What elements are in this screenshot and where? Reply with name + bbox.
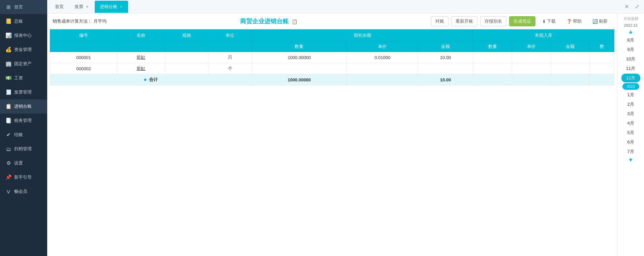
sidebar-item-ledger[interactable]: 📒 总账 xyxy=(0,14,47,28)
download-icon: ⬇ xyxy=(542,19,546,24)
total-row: ■ 合计 1000.00000 10.00 xyxy=(50,74,614,85)
sidebar-item-inventory[interactable]: 📋 进销台账 xyxy=(0,99,47,113)
month-item-12[interactable]: 12月 xyxy=(621,74,640,82)
sidebar-item-finance[interactable]: 💰 资金管理 xyxy=(0,43,47,57)
help-icon: ❓ xyxy=(566,19,572,24)
month-item-2023-5[interactable]: 5月 xyxy=(621,128,640,137)
sidebar-item-label: 畅会员 xyxy=(14,188,27,195)
tab-home-label: 首页 xyxy=(55,4,64,10)
sidebar-item-settlement[interactable]: ✔ 结账 xyxy=(0,128,47,142)
fixed-assets-icon: 🏢 xyxy=(5,61,11,67)
invoice-mgmt-icon: 🧾 xyxy=(5,89,11,95)
cell-extra xyxy=(590,52,614,63)
sidebar-item-label: 归档管理 xyxy=(14,146,32,152)
generate-button[interactable]: 生成凭证 xyxy=(509,16,535,26)
sidebar-item-archive[interactable]: 🗂 归档管理 xyxy=(0,142,47,156)
cell-ib-amount xyxy=(551,52,590,63)
tab-invoice[interactable]: 发票 × xyxy=(69,1,94,13)
sidebar-item-tax[interactable]: 📑 税务管理 xyxy=(0,113,47,128)
total-ib-qty xyxy=(473,74,512,85)
cell-code: 000001 xyxy=(50,52,117,63)
cell-name[interactable]: 前缸 xyxy=(117,63,165,74)
main-content: 销售成本计算方法： 月平均 商贸企业进销台账 📋 对账 重新开账 存报别名 生成… xyxy=(47,14,617,256)
cell-ob-amount: 10.00 xyxy=(418,52,473,63)
save-as-button[interactable]: 存报别名 xyxy=(480,16,506,26)
tab-inventory[interactable]: 进销台账 × xyxy=(95,1,128,13)
sidebar-item-payroll[interactable]: 💵 工资 xyxy=(0,71,47,85)
th-code xyxy=(50,42,117,52)
month-item-11[interactable]: 11月 xyxy=(621,64,640,73)
table-row: 000001 前缸 只 1000.00000 0.01000 10.00 xyxy=(50,52,614,63)
month-item-8[interactable]: 8月 xyxy=(621,36,640,45)
th-inbound-group: 本期入库 xyxy=(473,30,614,42)
cell-ob-qty: 1000.00000 xyxy=(252,52,347,63)
sidebar-item-label: 资金管理 xyxy=(14,47,32,53)
cell-ib-price xyxy=(512,63,551,74)
payroll-icon: 💵 xyxy=(5,75,11,81)
sidebar-item-label: 新手引导 xyxy=(14,174,32,180)
help-button[interactable]: ❓ 帮助 xyxy=(562,17,586,26)
table-body: 000001 前缸 只 1000.00000 0.01000 10.00 000… xyxy=(50,52,614,85)
sidebar: ⊞ 首页 📒 总账 📊 报表中心 💰 资金管理 🏢 固定资产 💵 工资 🧾 发票… xyxy=(0,0,47,256)
finance-icon: 💰 xyxy=(5,47,11,53)
cell-ob-price: 0.01000 xyxy=(347,52,418,63)
settlement-icon: ✔ xyxy=(5,132,11,138)
cell-ib-qty xyxy=(473,63,512,74)
total-icon: ■ xyxy=(144,77,147,82)
sidebar-item-label: 设置 xyxy=(14,160,23,166)
month-item-10[interactable]: 10月 xyxy=(621,55,640,63)
tab-inventory-label: 进销台账 xyxy=(100,4,117,10)
month-panel-title: 月份选择 xyxy=(623,16,638,21)
table-group-header-row: 编号 名称 规格 单位 期初余额 本期入库 xyxy=(50,30,614,42)
page-title: 商贸企业进销台账 xyxy=(240,18,289,25)
refresh-button[interactable]: 🔄 刷新 xyxy=(588,17,612,26)
year-2023-badge: 2023 xyxy=(622,83,639,90)
tab-inventory-close[interactable]: × xyxy=(119,4,123,9)
sidebar-item-label: 总账 xyxy=(14,18,23,24)
sidebar-item-fixed-assets[interactable]: 🏢 固定资产 xyxy=(0,57,47,71)
month-item-2023-6[interactable]: 6月 xyxy=(621,138,640,147)
sidebar-item-invoice-mgmt[interactable]: 🧾 发票管理 xyxy=(0,85,47,99)
sidebar-item-reports[interactable]: 📊 报表中心 xyxy=(0,28,47,43)
th-ib-qty: 数量 xyxy=(473,42,512,52)
cell-name[interactable]: 前缸 xyxy=(117,52,165,63)
month-item-2023-1[interactable]: 1月 xyxy=(621,91,640,99)
cell-spec xyxy=(165,63,208,74)
month-item-2023-2[interactable]: 2月 xyxy=(621,100,640,109)
sidebar-item-guide[interactable]: 📌 新手引导 xyxy=(0,170,47,184)
close-window-button[interactable]: ✕ xyxy=(622,3,631,10)
reconcile-button[interactable]: 对账 xyxy=(431,16,448,26)
window-controls: ✕ ⤢ xyxy=(622,3,641,10)
reopen-button[interactable]: 重新开账 xyxy=(451,16,477,26)
download-button[interactable]: ⬇ 下载 xyxy=(538,17,560,26)
month-item-2023-3[interactable]: 3月 xyxy=(621,109,640,118)
sidebar-item-label: 发票管理 xyxy=(14,89,32,95)
tab-invoice-close[interactable]: × xyxy=(85,4,89,9)
cell-spec xyxy=(165,52,208,63)
month-item-2023-4[interactable]: 4月 xyxy=(621,119,640,128)
tab-home[interactable]: 首页 xyxy=(50,1,69,13)
month-scroll-down-button[interactable]: ▼ xyxy=(621,156,640,164)
th-ib-amount: 金额 xyxy=(551,42,590,52)
tax-icon: 📑 xyxy=(5,118,11,124)
sidebar-item-settings[interactable]: ⚙ 设置 xyxy=(0,156,47,170)
th-unit-group: 单位 xyxy=(208,30,252,42)
header-actions: 对账 重新开账 存报别名 生成凭证 ⬇ 下载 ❓ 帮助 🔄 刷新 xyxy=(431,16,612,26)
sidebar-item-home[interactable]: ⊞ 首页 xyxy=(0,0,47,14)
vip-icon: V xyxy=(5,189,11,195)
title-info-icon: 📋 xyxy=(292,19,297,24)
cell-ob-price xyxy=(347,63,418,74)
month-item-2023-7[interactable]: 7月 xyxy=(621,147,640,156)
archive-icon: 🗂 xyxy=(5,146,11,152)
sidebar-item-label: 结账 xyxy=(14,132,23,138)
month-scroll-up-button[interactable]: ▲ xyxy=(621,28,640,35)
sidebar-item-vip[interactable]: V 畅会员 xyxy=(0,184,47,199)
page-title-area: 商贸企业进销台账 📋 xyxy=(107,17,431,25)
total-label: ■ 合计 xyxy=(50,74,252,85)
content-area: 销售成本计算方法： 月平均 商贸企业进销台账 📋 对账 重新开账 存报别名 生成… xyxy=(47,14,644,256)
maximize-window-button[interactable]: ⤢ xyxy=(633,3,641,10)
month-item-9[interactable]: 9月 xyxy=(621,45,640,54)
th-ib-price: 单价 xyxy=(512,42,551,52)
cell-ib-amount xyxy=(551,63,590,74)
th-unit xyxy=(208,42,252,52)
